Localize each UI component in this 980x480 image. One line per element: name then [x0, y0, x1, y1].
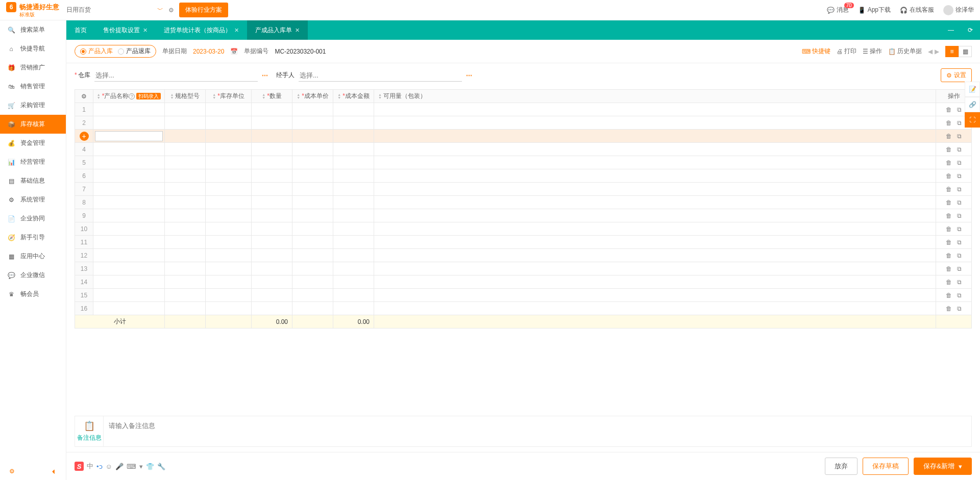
try-industry-button[interactable]: 体验行业方案	[179, 3, 228, 17]
table-row[interactable]: 6🗑⧉	[75, 169, 972, 183]
sidebar-item-marketing[interactable]: 🎁营销推广	[0, 58, 66, 77]
sidebar-item-apps[interactable]: ▦应用中心	[0, 247, 66, 266]
radio-in[interactable]: 产品入库	[80, 47, 113, 56]
cell-price[interactable]	[292, 289, 333, 302]
delete-icon[interactable]: 🗑	[946, 305, 952, 312]
table-row[interactable]: 7🗑⧉	[75, 183, 972, 196]
cell-qty[interactable]	[252, 156, 292, 169]
col-unit[interactable]: ▲▼*库存单位	[206, 90, 252, 103]
prev-icon[interactable]: ◀	[928, 48, 933, 55]
tab-purchase-report[interactable]: 进货单统计表（按商品）✕	[156, 20, 247, 40]
cell-spec[interactable]	[165, 275, 206, 289]
cell-unit[interactable]	[206, 196, 252, 209]
cell-qty[interactable]	[252, 143, 292, 156]
table-row[interactable]: 1🗑⧉	[75, 103, 972, 116]
radio-out[interactable]: 产品退库	[118, 47, 151, 56]
cell-spec[interactable]	[165, 289, 206, 302]
sidebar-item-member[interactable]: ♛畅会员	[0, 285, 66, 304]
cell-spec[interactable]	[165, 196, 206, 209]
cell-amount[interactable]	[333, 143, 374, 156]
cell-price[interactable]	[292, 262, 333, 275]
copy-icon[interactable]: ⧉	[957, 292, 962, 299]
ime-icon[interactable]: S	[75, 462, 84, 471]
delete-icon[interactable]: 🗑	[946, 252, 952, 259]
cell-price[interactable]	[292, 169, 333, 183]
cell-spec[interactable]	[165, 130, 206, 143]
cell-unit[interactable]	[206, 183, 252, 196]
cell-qty[interactable]	[252, 116, 292, 130]
sidebar-item-newbie[interactable]: 🧭新手引导	[0, 228, 66, 247]
table-row[interactable]: 12🗑⧉	[75, 249, 972, 262]
cell-spec[interactable]	[165, 262, 206, 275]
user-menu[interactable]: 徐泽华	[943, 5, 974, 15]
cell-product[interactable]	[93, 169, 165, 183]
cell-spec[interactable]	[165, 116, 206, 130]
col-amount[interactable]: ▲▼*成本金额	[333, 90, 374, 103]
table-row[interactable]: 8🗑⧉	[75, 196, 972, 209]
copy-icon[interactable]: ⧉	[957, 225, 962, 233]
sidebar-item-quicknav[interactable]: ⌂快捷导航	[0, 39, 66, 58]
more-icon[interactable]: ⋯	[466, 72, 473, 79]
cell-available[interactable]	[374, 236, 936, 249]
next-icon[interactable]: ▶	[935, 48, 939, 55]
cell-qty[interactable]	[252, 183, 292, 196]
cell-price[interactable]	[292, 156, 333, 169]
copy-icon[interactable]: ⧉	[957, 265, 962, 272]
sidebar-item-basic[interactable]: ▤基础信息	[0, 171, 66, 190]
cell-qty[interactable]	[252, 103, 292, 116]
save-new-button[interactable]: 保存&新增▾	[914, 458, 972, 475]
sidebar-item-collab[interactable]: 📄企业协同	[0, 209, 66, 228]
cell-spec[interactable]	[165, 183, 206, 196]
cell-unit[interactable]	[206, 275, 252, 289]
cell-product[interactable]	[93, 275, 165, 289]
copy-icon[interactable]: ⧉	[957, 186, 962, 193]
cell-price[interactable]	[292, 116, 333, 130]
cell-qty[interactable]	[252, 209, 292, 222]
cell-price[interactable]	[292, 209, 333, 222]
settings-icon[interactable]: ⚙	[9, 468, 15, 475]
cell-available[interactable]	[374, 130, 936, 143]
cell-amount[interactable]	[333, 302, 374, 315]
cell-spec[interactable]	[165, 236, 206, 249]
tabbar-refresh[interactable]: ⟳	[961, 20, 980, 40]
cell-unit[interactable]	[206, 249, 252, 262]
history-link[interactable]: 📋 历史单据	[888, 47, 922, 56]
cell-product[interactable]	[93, 209, 165, 222]
view-list[interactable]: ≡	[945, 46, 959, 57]
cell-unit[interactable]	[206, 103, 252, 116]
messages-link[interactable]: 💬 消息 70	[827, 6, 849, 14]
delete-icon[interactable]: 🗑	[946, 133, 952, 140]
cell-amount[interactable]	[333, 183, 374, 196]
cell-available[interactable]	[374, 209, 936, 222]
delete-icon[interactable]: 🗑	[946, 225, 952, 233]
cell-qty[interactable]	[252, 249, 292, 262]
sidebar-item-wechat[interactable]: 💬企业微信	[0, 266, 66, 285]
shortcut-link[interactable]: ⌨ 快捷键	[802, 47, 830, 56]
rtool-link[interactable]: 🔗	[965, 97, 980, 112]
delete-icon[interactable]: 🗑	[946, 292, 952, 299]
cell-available[interactable]	[374, 289, 936, 302]
cell-qty[interactable]	[252, 262, 292, 275]
print-link[interactable]: 🖨 打印	[837, 47, 856, 56]
cell-available[interactable]	[374, 156, 936, 169]
close-icon[interactable]: ✕	[234, 27, 239, 34]
col-qty[interactable]: ▲▼*数量	[252, 90, 292, 103]
rtool-note[interactable]: 📝	[965, 82, 980, 97]
table-row[interactable]: 15🗑⧉	[75, 289, 972, 302]
cell-product[interactable]	[93, 289, 165, 302]
cell-available[interactable]	[374, 103, 936, 116]
ime-smile-icon[interactable]: ☺	[106, 463, 112, 470]
cell-unit[interactable]	[206, 156, 252, 169]
cell-qty[interactable]	[252, 196, 292, 209]
cell-amount[interactable]	[333, 289, 374, 302]
table-row[interactable]: 9🗑⧉	[75, 209, 972, 222]
cell-available[interactable]	[374, 302, 936, 315]
scan-badge[interactable]: 扫码录入	[136, 93, 161, 99]
cell-qty[interactable]	[252, 222, 292, 236]
cell-unit[interactable]	[206, 130, 252, 143]
ime-tool-icon[interactable]: 🔧	[157, 463, 165, 470]
rtool-expand[interactable]: ⛶	[965, 112, 980, 128]
table-row[interactable]: 16🗑⧉	[75, 302, 972, 315]
delete-icon[interactable]: 🗑	[946, 119, 952, 127]
cell-amount[interactable]	[333, 262, 374, 275]
